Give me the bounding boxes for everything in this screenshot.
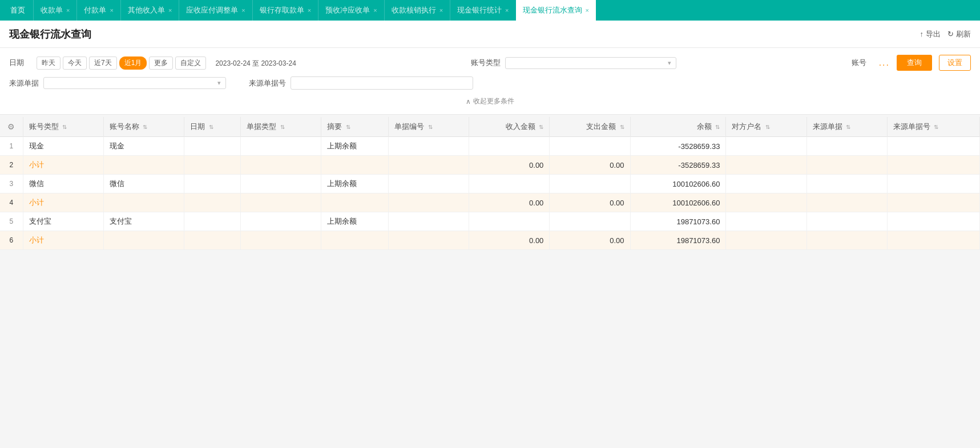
sort-icon: ⇅ xyxy=(765,124,770,130)
header-actions: ↑ 导出 ↻ 刷新 xyxy=(920,29,971,39)
page-title: 现金银行流水查询 xyxy=(9,27,91,41)
row-doc-type xyxy=(241,156,321,175)
table-row: 1现金现金上期余额-3528659.33 xyxy=(0,137,980,156)
account-type-filter-group: 账号类型 ▾ xyxy=(471,57,676,69)
close-icon[interactable]: × xyxy=(505,7,509,14)
query-button[interactable]: 查询 xyxy=(897,55,932,71)
source-doc-select[interactable]: ▾ xyxy=(43,77,226,89)
row-expense xyxy=(550,175,630,193)
date-btn-7days[interactable]: 近7天 xyxy=(89,56,117,70)
row-income: 0.00 xyxy=(469,193,550,212)
row-index: 1 xyxy=(0,137,23,156)
row-expense: 0.00 xyxy=(550,193,630,212)
row-counterpart xyxy=(726,156,806,175)
row-index: 6 xyxy=(0,231,23,250)
row-index: 2 xyxy=(0,156,23,175)
row-doc-no xyxy=(388,156,469,175)
row-summary: 上期余额 xyxy=(321,137,389,156)
refresh-icon: ↻ xyxy=(947,30,954,38)
row-source-doc xyxy=(806,156,887,175)
sort-icon: ⇅ xyxy=(209,124,213,130)
nav-tab-bank-deposit[interactable]: 银行存取款单 × xyxy=(252,0,318,21)
date-filter-group: 日期 昨天 今天 近7天 近1月 更多 自定义 xyxy=(9,56,206,70)
sort-icon: ⇅ xyxy=(715,124,720,130)
sort-icon: ⇅ xyxy=(428,124,433,130)
source-doc-filter-group: 来源单据 ▾ xyxy=(9,77,226,89)
more-dots[interactable]: ... xyxy=(879,58,890,68)
col-date[interactable]: 日期 ⇅ xyxy=(184,117,240,137)
chevron-up-icon: ∧ xyxy=(466,98,471,106)
row-summary xyxy=(321,231,389,250)
page-header: 现金银行流水查询 ↑ 导出 ↻ 刷新 xyxy=(0,21,980,48)
col-source-doc-no[interactable]: 来源单据号 ⇅ xyxy=(887,117,979,137)
row-account-name: 支付宝 xyxy=(103,212,184,231)
row-doc-type xyxy=(241,212,321,231)
col-summary[interactable]: 摘要 ⇅ xyxy=(321,117,389,137)
row-source-doc-no xyxy=(887,231,979,250)
row-doc-no xyxy=(388,193,469,212)
col-account-name[interactable]: 账号名称 ⇅ xyxy=(103,117,184,137)
date-btn-more[interactable]: 更多 xyxy=(149,56,173,70)
row-balance: 19871073.60 xyxy=(630,212,726,231)
col-source-doc[interactable]: 来源单据 ⇅ xyxy=(806,117,887,137)
refresh-button[interactable]: ↻ 刷新 xyxy=(947,29,971,39)
nav-tab-ledger[interactable]: 现金银行流水查询 × xyxy=(516,0,596,21)
nav-tab-verify[interactable]: 收款核销执行 × xyxy=(384,0,450,21)
date-btn-yesterday[interactable]: 昨天 xyxy=(37,56,61,70)
collapse-bar[interactable]: ∧ 收起更多条件 xyxy=(9,94,971,111)
nav-tab-fukuan[interactable]: 付款单 × xyxy=(76,0,120,21)
chevron-down-icon: ▾ xyxy=(668,59,671,67)
close-icon[interactable]: × xyxy=(308,7,311,14)
date-btn-1month[interactable]: 近1月 xyxy=(119,56,147,70)
row-doc-type xyxy=(241,231,321,250)
nav-tab-stats[interactable]: 现金银行统计 × xyxy=(450,0,515,21)
account-type-select[interactable]: ▾ xyxy=(505,57,676,69)
close-icon[interactable]: × xyxy=(373,7,377,14)
col-counterpart[interactable]: 对方户名 ⇅ xyxy=(726,117,806,137)
col-balance[interactable]: 余额 ⇅ xyxy=(630,117,726,137)
row-expense: 0.00 xyxy=(550,231,630,250)
row-source-doc-no xyxy=(887,156,979,175)
col-gear[interactable]: ⚙ xyxy=(0,117,23,137)
row-account-type: 现金 xyxy=(23,137,103,156)
row-account-name: 现金 xyxy=(103,137,184,156)
nav-home[interactable]: 首页 xyxy=(2,0,33,21)
export-button[interactable]: ↑ 导出 xyxy=(920,29,941,39)
date-btn-custom[interactable]: 自定义 xyxy=(175,56,206,70)
row-expense xyxy=(550,137,630,156)
row-summary xyxy=(321,193,389,212)
col-doc-type[interactable]: 单据类型 ⇅ xyxy=(241,117,321,137)
source-doc-no-input[interactable] xyxy=(291,76,473,90)
account-filter-group: 账号 ... xyxy=(852,58,890,68)
row-summary: 上期余额 xyxy=(321,175,389,193)
close-icon[interactable]: × xyxy=(439,7,443,14)
row-source-doc xyxy=(806,212,887,231)
row-account-type: 小计 xyxy=(23,231,103,250)
table-row: 6小计0.000.0019871073.60 xyxy=(0,231,980,250)
close-icon[interactable]: × xyxy=(66,7,70,14)
row-date xyxy=(184,231,240,250)
date-btn-today[interactable]: 今天 xyxy=(63,56,87,70)
nav-tab-other-income[interactable]: 其他收入单 × xyxy=(120,0,179,21)
row-account-type: 小计 xyxy=(23,156,103,175)
close-icon[interactable]: × xyxy=(241,7,245,14)
col-expense[interactable]: 支出金额 ⇅ xyxy=(550,117,630,137)
row-index: 3 xyxy=(0,175,23,193)
close-icon[interactable]: × xyxy=(586,7,589,14)
close-icon[interactable]: × xyxy=(110,7,113,14)
nav-tab-shoukuan[interactable]: 收款单 × xyxy=(33,0,76,21)
nav-tab-advance[interactable]: 预收冲应收单 × xyxy=(318,0,384,21)
table-row: 3微信微信上期余额100102606.60 xyxy=(0,175,980,193)
row-date xyxy=(184,156,240,175)
row-date xyxy=(184,175,240,193)
filter-row-1: 日期 昨天 今天 近7天 近1月 更多 自定义 2023-02-24 至 202… xyxy=(9,55,971,71)
close-icon[interactable]: × xyxy=(168,7,172,14)
col-doc-no[interactable]: 单据编号 ⇅ xyxy=(388,117,469,137)
col-income[interactable]: 收入金额 ⇅ xyxy=(469,117,550,137)
nav-tab-adjust[interactable]: 应收应付调整单 × xyxy=(179,0,252,21)
row-doc-no xyxy=(388,137,469,156)
col-account-type[interactable]: 账号类型 ⇅ xyxy=(23,117,103,137)
settings-button[interactable]: 设置 xyxy=(939,55,971,71)
source-doc-no-label: 来源单据号 xyxy=(249,78,286,88)
gear-icon[interactable]: ⚙ xyxy=(7,122,15,131)
